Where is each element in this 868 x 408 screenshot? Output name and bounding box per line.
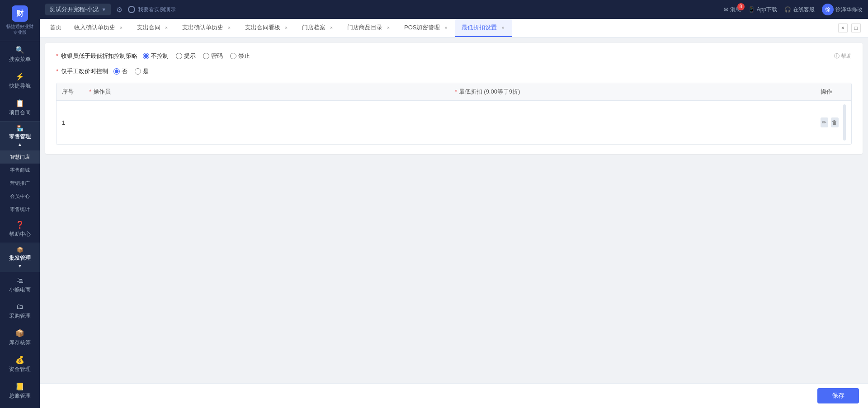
close-product-catalog-button[interactable]: ×: [385, 24, 392, 31]
radio-yes-input[interactable]: [135, 68, 141, 75]
message-button[interactable]: ✉ 消息 8: [724, 6, 741, 14]
radio-forbid-input[interactable]: [230, 53, 236, 59]
sidebar-item-member[interactable]: 会员中心: [0, 190, 40, 203]
sidebar-item-label-finance: 资金管理: [9, 366, 31, 373]
radio-password[interactable]: 密码: [203, 52, 223, 60]
edit-row-button[interactable]: ✏: [821, 117, 828, 127]
app-download-label: App下载: [757, 6, 777, 14]
online-support-button[interactable]: 🎧 在线客服: [784, 6, 815, 14]
radio-prompt-input[interactable]: [176, 53, 182, 59]
radio-no[interactable]: 否: [113, 67, 127, 75]
sidebar-item-search[interactable]: 🔍 搜索菜单: [0, 41, 40, 68]
close-payment-history-button[interactable]: ×: [226, 24, 232, 31]
demo-link[interactable]: 我要看实例演示: [128, 6, 176, 14]
tab-home[interactable]: 首页: [43, 19, 68, 37]
close-pos-password-button[interactable]: ×: [443, 24, 449, 31]
tab-min-discount-label: 最低折扣设置: [462, 23, 497, 32]
ledger-icon: 📒: [15, 382, 24, 391]
sidebar-item-label-help: 帮助中心: [9, 230, 31, 238]
sidebar-item-help[interactable]: ❓ 帮助中心: [0, 216, 40, 243]
tab-income-history-label: 收入确认单历史: [74, 23, 115, 32]
th-operator: * 操作员: [84, 83, 449, 100]
topbar-settings-button[interactable]: ⚙: [116, 5, 123, 14]
sidebar-item-nav[interactable]: ⚡ 快捷导航: [0, 68, 40, 94]
sidebar-item-wholesale[interactable]: 📦 批发管理 ▼: [0, 243, 40, 272]
headset-icon: 🎧: [784, 6, 791, 13]
radio-prompt[interactable]: 提示: [176, 52, 196, 60]
sidebar-item-ledger[interactable]: 📒 总账管理: [0, 378, 40, 404]
help-button[interactable]: ⓘ 帮助: [834, 52, 852, 60]
close-tab-button[interactable]: ×: [838, 23, 848, 33]
topbar: 测试分开完程-小况 ▼ ⚙ 我要看实例演示 ✉ 消息 8 📱 App下载 🎧 在…: [40, 0, 868, 19]
main-area: 测试分开完程-小况 ▼ ⚙ 我要看实例演示 ✉ 消息 8 📱 App下载 🎧 在…: [40, 0, 868, 408]
tab-income-history[interactable]: 收入确认单历史 ×: [68, 19, 131, 37]
sidebar-item-retail-stat[interactable]: 零售统计: [0, 203, 40, 216]
sidebar-item-project[interactable]: 📋 项目合同: [0, 94, 40, 121]
tab-pos-password[interactable]: POS加密管理 ×: [398, 19, 455, 37]
sidebar-item-invoice[interactable]: 🧾 发票管理: [0, 404, 40, 408]
tab-min-discount[interactable]: 最低折扣设置 ×: [455, 19, 512, 37]
tabs-bar: 首页 收入确认单历史 × 支出合同 × 支出确认单历史 × 支出合同看板 × 门…: [40, 19, 868, 38]
radio-forbid[interactable]: 禁止: [230, 52, 250, 60]
sidebar-item-retail-mall[interactable]: 零售商城: [0, 164, 40, 177]
sidebar-item-retail[interactable]: 🏪 零售管理 ▲: [0, 121, 40, 150]
purchase-icon: 🗂: [16, 303, 24, 311]
table-header: 序号 * 操作员 * 最低折扣 (9.00等于9折) 操作: [57, 83, 851, 101]
radio-no-control-input[interactable]: [143, 53, 149, 59]
td-seq: 1: [57, 101, 84, 144]
sidebar-item-label-nav: 快捷导航: [9, 82, 31, 90]
tabs-actions: × □: [835, 23, 864, 33]
manual-control-label: * 仅手工改价时控制: [56, 67, 108, 75]
sidebar-logo: 财 畅捷通好业财 专业版: [0, 0, 40, 41]
ecommerce-icon: 🛍: [16, 277, 24, 285]
close-store-file-button[interactable]: ×: [328, 24, 335, 31]
th-actions: 操作: [815, 83, 851, 100]
tab-product-catalog[interactable]: 门店商品目录 ×: [341, 19, 398, 37]
discount-table: 序号 * 操作员 * 最低折扣 (9.00等于9折) 操作 1: [56, 83, 852, 145]
sidebar-item-marketing[interactable]: 营销推广: [0, 177, 40, 190]
tab-contract[interactable]: 支出合同 ×: [131, 19, 176, 37]
tab-store-file[interactable]: 门店档案 ×: [296, 19, 341, 37]
sidebar-item-label-search: 搜索菜单: [9, 56, 31, 63]
tab-product-catalog-label: 门店商品目录: [347, 23, 382, 32]
td-operator: [84, 101, 449, 144]
sidebar-item-smart-store[interactable]: 智慧门店: [0, 150, 40, 164]
sidebar-item-finance[interactable]: 💰 资金管理: [0, 351, 40, 378]
maximize-tab-button[interactable]: □: [851, 23, 861, 33]
close-contract-board-button[interactable]: ×: [283, 24, 289, 31]
sidebar: 财 畅捷通好业财 专业版 🔍 搜索菜单 ⚡ 快捷导航 📋 项目合同 🏪 零售管理…: [0, 0, 40, 408]
save-button[interactable]: 保存: [817, 388, 859, 403]
settings-card: * 收银员低于最低折扣控制策略 不控制 提示 密码: [45, 43, 863, 154]
app-download-button[interactable]: 📱 App下载: [748, 6, 777, 14]
app-download-icon: 📱: [748, 6, 755, 13]
manual-control-row: * 仅手工改价时控制 否 是: [56, 67, 852, 75]
sidebar-item-purchase[interactable]: 🗂 采购管理: [0, 298, 40, 324]
radio-no-control[interactable]: 不控制: [143, 52, 169, 60]
avatar: 徐: [822, 4, 834, 15]
radio-no-input[interactable]: [113, 68, 120, 75]
control-strategy-label: * 收银员低于最低折扣控制策略: [56, 52, 137, 60]
tab-pos-password-label: POS加密管理: [404, 23, 440, 32]
sidebar-item-ecommerce[interactable]: 🛍 小畅电商: [0, 272, 40, 298]
help-icon: ❓: [15, 220, 24, 229]
delete-row-button[interactable]: 🗑: [831, 117, 839, 127]
user-menu-button[interactable]: 徐 徐泽华修改: [822, 4, 863, 15]
close-min-discount-button[interactable]: ×: [500, 24, 506, 31]
tab-payment-history[interactable]: 支出确认单历史 ×: [176, 19, 239, 37]
search-icon: 🔍: [15, 46, 24, 54]
radio-password-input[interactable]: [203, 53, 209, 59]
radio-yes[interactable]: 是: [135, 67, 149, 75]
project-dropdown-arrow-icon: ▼: [101, 7, 106, 12]
tab-contract-board[interactable]: 支出合同看板 ×: [239, 19, 296, 37]
table-scrollbar[interactable]: [843, 104, 846, 141]
sidebar-item-label-retail-mall: 零售商城: [10, 167, 30, 174]
sidebar-item-inventory[interactable]: 📦 库存核算: [0, 324, 40, 351]
edition-label: 专业版: [13, 29, 27, 35]
sidebar-item-label-retail: 零售管理: [9, 133, 31, 141]
control-strategy-radio-group: 不控制 提示 密码 禁止: [143, 52, 250, 60]
finance-icon: 💰: [15, 356, 24, 364]
project-selector[interactable]: 测试分开完程-小况 ▼: [45, 4, 111, 15]
demo-circle-icon: [128, 6, 135, 13]
close-income-history-button[interactable]: ×: [118, 24, 124, 31]
close-contract-button[interactable]: ×: [163, 24, 170, 31]
